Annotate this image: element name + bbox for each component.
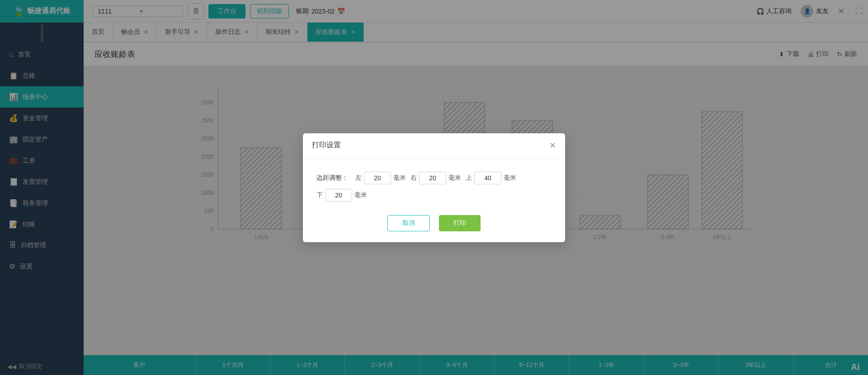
left-label: 左: [355, 174, 362, 182]
margin-left-group: 左 毫米: [355, 172, 406, 184]
top-unit: 毫米: [504, 174, 516, 182]
print-settings-modal: 打印设置 ✕ 边距调整： 左 毫米 右 毫米 上 毫米: [303, 133, 565, 242]
modal-print-button[interactable]: 打印: [439, 215, 481, 231]
modal-title: 打印设置: [312, 141, 341, 150]
right-unit: 毫米: [448, 174, 461, 182]
modal-body: 边距调整： 左 毫米 右 毫米 上 毫米 下: [303, 158, 565, 211]
margin-bottom-group: 下 毫米: [316, 189, 367, 202]
bottom-margin-input[interactable]: [325, 189, 352, 202]
modal-header: 打印设置 ✕: [303, 133, 565, 158]
bottom-unit: 毫米: [354, 191, 367, 199]
modal-overlay[interactable]: 打印设置 ✕ 边距调整： 左 毫米 右 毫米 上 毫米: [0, 0, 868, 375]
right-margin-input[interactable]: [419, 172, 446, 184]
margin-right-group: 右 毫米: [410, 172, 461, 184]
margin-top-group: 上 毫米: [466, 172, 516, 184]
left-margin-input[interactable]: [364, 172, 391, 184]
bottom-label: 下: [316, 191, 323, 199]
modal-close-button[interactable]: ✕: [549, 141, 556, 150]
margin-row: 边距调整： 左 毫米 右 毫米 上 毫米 下: [316, 172, 552, 202]
margin-label: 边距调整：: [316, 174, 348, 182]
right-label: 右: [410, 174, 417, 182]
top-margin-input[interactable]: [474, 172, 501, 184]
left-unit: 毫米: [393, 174, 406, 182]
cancel-button[interactable]: 取消: [387, 215, 430, 231]
modal-footer: 取消 打印: [303, 211, 565, 242]
top-label: 上: [466, 174, 472, 182]
